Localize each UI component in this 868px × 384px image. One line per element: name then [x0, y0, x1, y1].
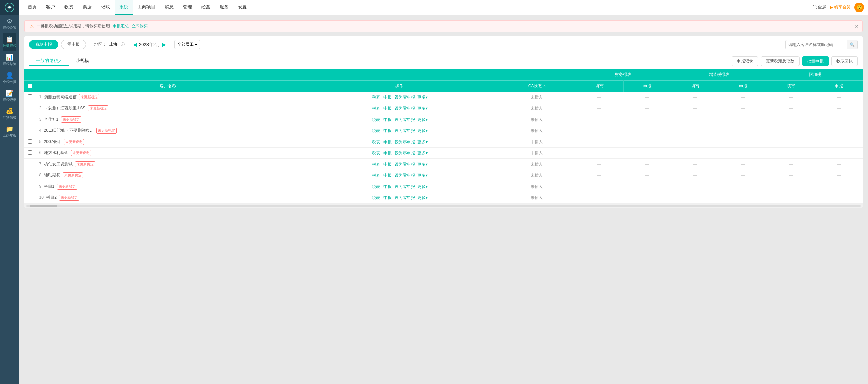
row-report-link-0[interactable]: 申报	[383, 95, 392, 100]
row-zero-link-1[interactable]: 设为零申报	[395, 106, 415, 111]
row-zero-link-8[interactable]: 设为零申报	[395, 184, 415, 189]
row-zero-link-7[interactable]: 设为零申报	[395, 173, 415, 178]
row-more-link-1[interactable]: 更多▾	[417, 106, 428, 111]
row-checkbox-9[interactable]	[24, 192, 36, 204]
action-btn-1[interactable]: 更新税定及取数	[761, 56, 800, 66]
sidebar-item-报税设置[interactable]: ⚙报税设置	[3, 15, 16, 33]
fullscreen-button[interactable]: ⛶ 全屏	[813, 4, 826, 10]
nav-item-首页[interactable]: 首页	[23, 0, 41, 15]
row-tax-link-4[interactable]: 税表	[372, 140, 380, 144]
sidebar-item-批量报税[interactable]: 📋批量报税	[3, 33, 16, 51]
banner-close-button[interactable]: ✕	[855, 24, 859, 29]
select-all-checkbox[interactable]	[28, 84, 32, 88]
sidebar-item-报税总览[interactable]: 📊报税总览	[3, 51, 16, 69]
row-checkbox-1[interactable]	[24, 103, 36, 114]
banner-link-summary[interactable]: 申报汇总	[113, 23, 129, 29]
row-report-link-5[interactable]: 申报	[383, 151, 392, 155]
row-report-link-8[interactable]: 申报	[383, 184, 392, 189]
nav-item-设置[interactable]: 设置	[233, 0, 252, 15]
nav-item-经营[interactable]: 经营	[197, 0, 215, 15]
row-more-link-7[interactable]: 更多▾	[417, 173, 428, 178]
row-zero-link-3[interactable]: 设为零申报	[395, 128, 415, 133]
action-btn-0[interactable]: 申报记录	[732, 56, 758, 66]
sidebar-item-报税记录[interactable]: 📝报税记录	[3, 87, 16, 105]
row-checkbox-7[interactable]	[24, 170, 36, 181]
row-report-link-7[interactable]: 申报	[383, 173, 392, 178]
row-tax-link-5[interactable]: 税表	[372, 151, 380, 155]
nav-item-记账[interactable]: 记账	[96, 0, 115, 15]
search-button[interactable]: 🔍	[847, 40, 857, 49]
search-input[interactable]	[786, 42, 847, 47]
sub-tab-1[interactable]: 小规模	[69, 56, 96, 66]
row-more-link-5[interactable]: 更多▾	[417, 151, 428, 155]
row-more-link-4[interactable]: 更多▾	[417, 140, 428, 144]
row-checkbox-6[interactable]	[24, 159, 36, 170]
nav-item-报税[interactable]: 报税	[115, 0, 133, 15]
sub-tab-0[interactable]: 一般的纳税人	[29, 56, 69, 66]
row-number-0: 1	[39, 94, 42, 99]
staff-select[interactable]: 全部员工 ▾	[174, 40, 200, 49]
row-more-link-3[interactable]: 更多▾	[417, 128, 428, 133]
row-zero-link-0[interactable]: 设为零申报	[395, 95, 415, 100]
row-report-link-2[interactable]: 申报	[383, 117, 392, 122]
row-tax-link-3[interactable]: 税表	[372, 128, 380, 133]
row-tax-link-9[interactable]: 税表	[372, 195, 380, 200]
nav-item-工商项目[interactable]: 工商项目	[133, 0, 160, 15]
scroll-track[interactable]	[26, 205, 861, 207]
row-zero-link-4[interactable]: 设为零申报	[395, 140, 415, 144]
sidebar-item-工商年报[interactable]: 📁工商年报	[3, 123, 16, 141]
prev-month-button[interactable]: ◀	[133, 41, 137, 48]
row-checkbox-5[interactable]	[24, 148, 36, 159]
action-btn-3[interactable]: 收取回执	[831, 56, 858, 66]
row-tax-link-7[interactable]: 税表	[372, 173, 380, 178]
row-report-link-9[interactable]: 申报	[383, 195, 392, 200]
row-checkbox-3[interactable]	[24, 125, 36, 136]
sidebar-item-个税申报[interactable]: 👤个税申报	[3, 69, 16, 87]
nav-item-管理[interactable]: 管理	[178, 0, 197, 15]
banner-link-buy[interactable]: 立即购买	[132, 23, 148, 29]
row-report-link-6[interactable]: 申报	[383, 162, 392, 167]
logo[interactable]	[0, 0, 19, 15]
row-fin-fill-8: —	[575, 181, 623, 192]
row-tax-link-8[interactable]: 税表	[372, 184, 380, 189]
row-more-link-2[interactable]: 更多▾	[417, 117, 428, 122]
nav-item-消息[interactable]: 消息	[160, 0, 178, 15]
th-fin-report: 申报	[623, 81, 671, 92]
nav-item-收费[interactable]: 收费	[60, 0, 78, 15]
row-more-link-0[interactable]: 更多▾	[417, 95, 428, 100]
row-more-link-6[interactable]: 更多▾	[417, 162, 428, 167]
main-tab-1[interactable]: 零申报	[61, 40, 86, 49]
action-btn-2[interactable]: 批量申报	[802, 56, 829, 66]
nav-item-服务[interactable]: 服务	[215, 0, 233, 15]
sidebar-item-汇算清缴[interactable]: 💰汇算清缴	[3, 105, 16, 123]
topnav: 首页客户收费票据记账报税工商项目消息管理经营服务设置 ⛶ 全屏 ▶ 畅享会员 🙂	[19, 0, 868, 15]
row-zero-link-2[interactable]: 设为零申报	[395, 117, 415, 122]
row-zero-link-5[interactable]: 设为零申报	[395, 151, 415, 155]
avatar[interactable]: 🙂	[854, 3, 864, 12]
table-row: 7 杨仙女工资测试 未更新税定 税表 申报 设为零申报 更多▾ 未插入 — — …	[24, 159, 863, 170]
row-add-fill-3: —	[767, 125, 815, 136]
row-ca-8: 未插入	[498, 181, 575, 192]
scroll-thumb[interactable]	[30, 205, 57, 207]
row-checkbox-8[interactable]	[24, 181, 36, 192]
row-report-link-4[interactable]: 申报	[383, 140, 392, 144]
row-report-link-3[interactable]: 申报	[383, 128, 392, 133]
row-report-link-1[interactable]: 申报	[383, 106, 392, 111]
nav-item-票据[interactable]: 票据	[78, 0, 96, 15]
next-month-button[interactable]: ▶	[162, 41, 166, 48]
nav-item-客户[interactable]: 客户	[41, 0, 60, 15]
info-icon[interactable]: ⓘ	[121, 42, 125, 47]
row-checkbox-2[interactable]	[24, 114, 36, 125]
row-zero-link-9[interactable]: 设为零申报	[395, 195, 415, 200]
row-zero-link-6[interactable]: 设为零申报	[395, 162, 415, 167]
row-more-link-8[interactable]: 更多▾	[417, 184, 428, 189]
row-checkbox-4[interactable]	[24, 136, 36, 148]
main-tab-0[interactable]: 税款申报	[29, 40, 58, 49]
row-more-link-9[interactable]: 更多▾	[417, 195, 428, 200]
row-tax-link-2[interactable]: 税表	[372, 117, 380, 122]
row-checkbox-0[interactable]	[24, 92, 36, 103]
upgrade-button[interactable]: ▶ 畅享会员	[830, 4, 850, 10]
row-tax-link-6[interactable]: 税表	[372, 162, 380, 167]
row-tax-link-0[interactable]: 税表	[372, 95, 380, 100]
row-tax-link-1[interactable]: 税表	[372, 106, 380, 111]
